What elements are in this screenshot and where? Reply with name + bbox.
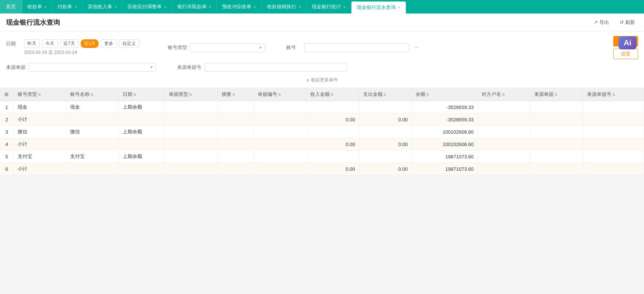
nav-home[interactable]: 首页	[0, 0, 22, 13]
settings-button[interactable]: 设置	[613, 49, 638, 59]
td-doc_type	[165, 113, 218, 126]
td-counterparty	[478, 101, 530, 113]
th-balance: 余额⇅	[412, 88, 478, 101]
nav-item-其他收入单[interactable]: 其他收入单×	[83, 0, 122, 13]
td-counterparty	[478, 113, 530, 126]
date-label: 日期	[6, 40, 21, 47]
filter-row-2: 来源单据 ▾ 来源单据号	[6, 63, 638, 72]
sort-icon-account_type[interactable]: ⇅	[38, 93, 41, 97]
th-account_name: 账号名称⇅	[66, 88, 119, 101]
nav-close-icon[interactable]: ×	[398, 5, 400, 10]
refresh-button[interactable]: ↺ 刷新	[617, 18, 638, 27]
sort-icon-date[interactable]: ⇅	[133, 93, 136, 97]
nav-item-预收冲应收单[interactable]: 预收冲应收单×	[217, 0, 261, 13]
td-expense: 0.00	[359, 163, 411, 175]
page-header: 现金银行流水查询 ↗ 导出 ↺ 刷新	[0, 13, 644, 31]
table-row: 5支付宝支付宝上期余额19871073.60	[0, 151, 644, 163]
nav-item-现金银行流水查询[interactable]: 现金银行流水查询×	[351, 1, 406, 13]
td-source_doc_no	[583, 151, 644, 163]
account-type-select[interactable]: ▾	[190, 43, 265, 52]
td-counterparty	[478, 126, 530, 138]
td-config: 1	[0, 101, 14, 113]
nav-home-label: 首页	[6, 3, 16, 10]
nav-close-icon[interactable]: ×	[74, 4, 77, 9]
td-account_type: 支付宝	[14, 151, 66, 163]
refresh-label: 刷新	[625, 19, 635, 26]
td-balance: 19871073.60	[412, 163, 478, 175]
td-source_doc	[530, 101, 583, 113]
nav-label: 付款单	[57, 3, 72, 10]
date-option-昨天[interactable]: 昨天	[24, 39, 40, 48]
td-config: 2	[0, 113, 14, 126]
nav-label: 预收冲应收单	[222, 3, 251, 10]
date-option-更多[interactable]: 更多	[101, 39, 117, 48]
table-wrapper: ⚙账号类型⇅账号名称⇅日期⇅单据类型⇅摘要⇅单据编号⇅收入金额⇅支出金额⇅余额⇅…	[0, 88, 644, 175]
gear-icon[interactable]: ⚙	[4, 91, 9, 97]
more-options-icon[interactable]: ···	[412, 44, 420, 51]
td-doc_type	[165, 138, 218, 151]
nav-item-银行存取款单[interactable]: 银行存取款单×	[172, 0, 217, 13]
th-expense: 支出金额⇅	[359, 88, 411, 101]
td-source_doc	[530, 163, 583, 175]
account-type-label: 账号类型	[168, 44, 187, 51]
sort-icon-summary[interactable]: ⇅	[232, 93, 235, 97]
sort-icon-doc_type[interactable]: ⇅	[189, 93, 192, 97]
source-doc-select[interactable]: ▾	[29, 63, 156, 72]
td-account_type: 微信	[14, 126, 66, 138]
sort-icon-account_name[interactable]: ⇅	[90, 93, 93, 97]
sort-icon-source_doc[interactable]: ⇅	[554, 93, 557, 97]
nav-close-icon[interactable]: ×	[164, 4, 166, 9]
sort-icon-doc_no[interactable]: ⇅	[278, 93, 281, 97]
sort-icon-expense[interactable]: ⇅	[383, 93, 386, 97]
date-option-近7天[interactable]: 近7天	[60, 39, 78, 48]
nav-close-icon[interactable]: ×	[343, 4, 345, 9]
source-doc-no-label: 来源单据号	[177, 64, 201, 71]
td-expense	[359, 101, 411, 113]
source-doc-value	[32, 64, 33, 70]
sort-icon-balance[interactable]: ⇅	[426, 93, 429, 97]
td-counterparty	[478, 138, 530, 151]
header-actions: ↗ 导出 ↺ 刷新	[591, 18, 638, 27]
th-doc_type: 单据类型⇅	[165, 88, 218, 101]
col-label-expense: 支出金额	[363, 91, 383, 97]
nav-item-收款核销执行[interactable]: 收款核销执行×	[262, 0, 306, 13]
nav-close-icon[interactable]: ×	[114, 4, 117, 9]
nav-label: 现金银行流水查询	[357, 4, 396, 11]
export-button[interactable]: ↗ 导出	[591, 18, 612, 27]
nav-close-icon[interactable]: ×	[44, 4, 47, 9]
data-table: ⚙账号类型⇅账号名称⇅日期⇅单据类型⇅摘要⇅单据编号⇅收入金额⇅支出金额⇅余额⇅…	[0, 88, 644, 175]
collapse-label: 收起更多条件	[311, 77, 338, 83]
nav-item-应收应付调整单[interactable]: 应收应付调整单×	[122, 0, 172, 13]
nav-item-收款单[interactable]: 收款单×	[22, 0, 52, 13]
sort-icon-source_doc_no[interactable]: ⇅	[612, 93, 615, 97]
source-doc-chevron-icon: ▾	[150, 65, 153, 70]
export-icon: ↗	[594, 19, 598, 25]
col-label-summary: 摘要	[222, 91, 231, 97]
source-doc-no-input[interactable]	[204, 63, 347, 72]
date-option-今天[interactable]: 今天	[42, 39, 58, 48]
nav-close-icon[interactable]: ×	[209, 4, 211, 9]
sort-icon-income[interactable]: ⇅	[330, 93, 333, 97]
collapse-bar[interactable]: ∧ 收起更多条件	[6, 75, 638, 85]
td-account_type: 小计	[14, 163, 66, 175]
collapse-icon: ∧	[306, 78, 309, 83]
td-source_doc	[530, 138, 583, 151]
nav-close-icon[interactable]: ×	[299, 4, 301, 9]
sort-icon-counterparty[interactable]: ⇅	[502, 93, 505, 97]
date-option-自定义[interactable]: 自定义	[119, 39, 139, 48]
nav-item-现金银行统计[interactable]: 现金银行统计×	[306, 0, 351, 13]
td-summary	[218, 113, 254, 126]
nav-item-付款单[interactable]: 付款单×	[52, 0, 82, 13]
date-range: 2023-02-24 至 2023-03-24	[24, 49, 139, 56]
td-account_name	[66, 113, 119, 126]
td-account_type: 现金	[14, 101, 66, 113]
ai-badge[interactable]: Ai	[618, 36, 636, 49]
td-income: 0.00	[306, 163, 359, 175]
nav-close-icon[interactable]: ×	[254, 4, 256, 9]
account-input[interactable]	[304, 43, 409, 52]
td-config: 6	[0, 163, 14, 175]
td-income	[306, 101, 359, 113]
nav-label: 收款单	[27, 3, 42, 10]
date-options: 昨天今天近7天近1月更多自定义	[24, 39, 139, 48]
date-option-近1月[interactable]: 近1月	[81, 39, 99, 48]
